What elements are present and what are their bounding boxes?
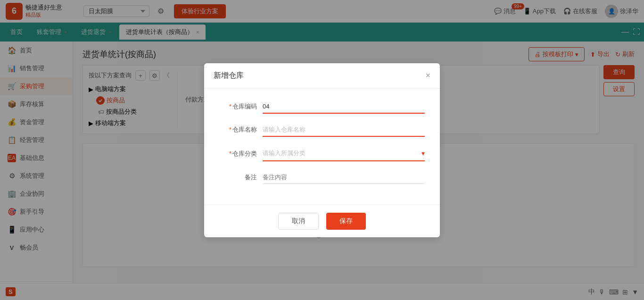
name-input[interactable] <box>263 123 425 137</box>
modal-footer: 取消 保存 <box>204 205 440 237</box>
category-placeholder: 请输入所属分类 <box>263 149 305 158</box>
save-button[interactable]: 保存 <box>326 213 366 230</box>
category-label: 仓库分类 <box>219 150 257 158</box>
note-label: 备注 <box>219 173 257 182</box>
category-dropdown-icon: ▾ <box>421 150 425 157</box>
code-row: 仓库编码 <box>219 100 425 114</box>
add-warehouse-modal: 新增仓库 × 仓库编码 仓库名称 仓库分类 请输入所属分类 ▾ <box>204 63 440 237</box>
category-select[interactable]: 请输入所属分类 ▾ <box>263 146 425 161</box>
modal-title: 新增仓库 <box>214 71 244 81</box>
code-label: 仓库编码 <box>219 102 257 111</box>
modal-overlay: 新增仓库 × 仓库编码 仓库名称 仓库分类 请输入所属分类 ▾ <box>0 0 644 300</box>
modal-header: 新增仓库 × <box>204 63 440 89</box>
name-row: 仓库名称 <box>219 123 425 137</box>
note-input[interactable] <box>263 171 425 184</box>
modal-close-button[interactable]: × <box>425 71 430 81</box>
code-input[interactable] <box>263 100 425 114</box>
name-label: 仓库名称 <box>219 125 257 134</box>
category-row: 仓库分类 请输入所属分类 ▾ <box>219 146 425 161</box>
cancel-button[interactable]: 取消 <box>278 213 319 230</box>
note-row: 备注 <box>219 171 425 184</box>
modal-body: 仓库编码 仓库名称 仓库分类 请输入所属分类 ▾ 备注 <box>204 89 440 205</box>
